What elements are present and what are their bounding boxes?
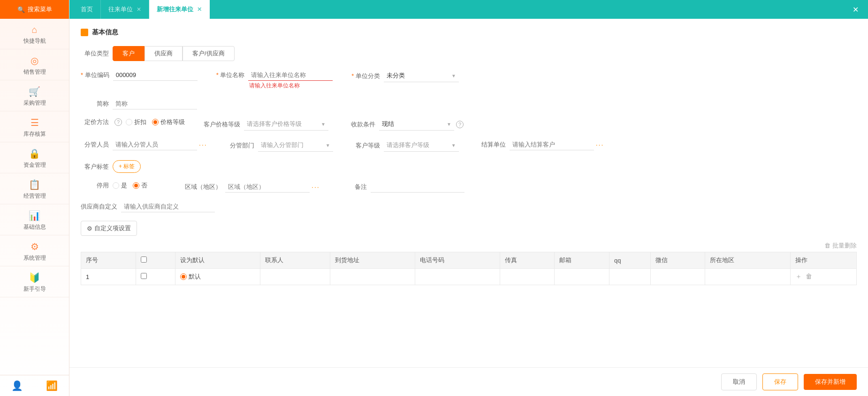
department-field: 分管部门 请输入分管部门 ▼ [226, 139, 333, 152]
pricing-help-icon[interactable]: ? [114, 118, 122, 126]
unit-code-input[interactable] [113, 70, 198, 81]
row-checkbox[interactable] [141, 273, 147, 279]
search-menu-button[interactable]: 🔍 搜索菜单 [0, 0, 69, 19]
unit-category-field: 单位分类 未分类 ▼ [351, 70, 459, 82]
customer-level-chevron: ▼ [451, 143, 456, 148]
pricing-radio-grade[interactable]: 价格等级 [152, 118, 185, 126]
table-header-row: 序号 设为默认 联系人 到货地址 电话号码 传真 邮箱 qq 微信 所在地区 操… [81, 252, 857, 269]
customer-tag-field: 客户标签 + 标签 [81, 160, 141, 173]
tab-new-trading-unit-close[interactable]: ✕ [197, 6, 202, 13]
delete-row-icon[interactable]: 🗑 [806, 272, 812, 281]
abbreviation-input[interactable] [113, 98, 197, 109]
department-select[interactable]: 请输入分管部门 ▼ [258, 139, 333, 152]
cancel-button[interactable]: 取消 [721, 373, 757, 390]
sidebar-label-system: 系统管理 [23, 254, 46, 262]
td-qq [609, 269, 650, 285]
sidebar-item-quick-nav[interactable]: ⌂ 快捷导航 [0, 19, 69, 49]
system-icon: ⚙ [30, 241, 39, 252]
customer-price-select[interactable]: 请选择客户价格等级 ▼ [244, 118, 328, 131]
sidebar-item-operations[interactable]: 📋 经营管理 [0, 173, 69, 204]
customer-level-placeholder: 请选择客户等级 [387, 141, 451, 149]
select-all-checkbox[interactable] [141, 256, 147, 263]
manager-more-btn[interactable]: ··· [199, 141, 207, 148]
settlement-input[interactable] [510, 139, 594, 150]
sidebar-item-basic-info[interactable]: 📊 基础信息 [0, 204, 69, 235]
pricing-discount-circle [126, 119, 132, 125]
tab-home-label: 首页 [81, 5, 93, 14]
tab-trading-units[interactable]: 往来单位 ✕ [101, 0, 149, 19]
default-radio-circle [180, 273, 187, 280]
tab-home[interactable]: 首页 [73, 0, 101, 19]
td-default: 默认 [175, 269, 260, 285]
region-input[interactable] [225, 181, 310, 193]
unit-type-field: 单位类型 客户 供应商 客户/供应商 [81, 46, 235, 61]
type-btn-supplier[interactable]: 供应商 [145, 46, 183, 61]
pricing-discount-label: 折扣 [134, 118, 146, 126]
disabled-yes[interactable]: 是 [113, 181, 127, 190]
region-field: 区域（地区） ··· [185, 181, 320, 193]
type-btn-customer[interactable]: 客户 [113, 46, 145, 61]
unit-info-row: 单位编码 单位名称 请输入往来单位名称 单位分类 未分类 ▼ [81, 70, 857, 90]
unit-name-input[interactable] [248, 70, 333, 81]
sidebar-item-purchase[interactable]: 🛒 采购管理 [0, 80, 69, 111]
unit-name-error: 请输入往来单位名称 [249, 82, 333, 90]
td-address [330, 269, 415, 285]
abbreviation-row: 简称 [81, 98, 857, 109]
add-row-icon[interactable]: ＋ [795, 272, 802, 281]
payment-terms-select[interactable]: 现结 ▼ [379, 118, 454, 131]
disabled-label: 停用 [81, 181, 109, 190]
custom-settings-label: 自定义项设置 [94, 224, 131, 233]
manager-label: 分管人员 [81, 140, 109, 149]
sidebar-item-newbie[interactable]: 🔰 新手引导 [0, 266, 69, 297]
row-actions: ＋ 🗑 [795, 272, 852, 281]
add-tag-button[interactable]: + 标签 [113, 160, 141, 173]
sidebar-item-inventory[interactable]: ☰ 库存核算 [0, 111, 69, 142]
unit-type-row: 单位类型 客户 供应商 客户/供应商 [81, 46, 857, 61]
sidebar-item-finance[interactable]: 🔒 资金管理 [0, 142, 69, 173]
customer-level-select[interactable]: 请选择客户等级 ▼ [384, 139, 459, 152]
window-close-button[interactable]: ✕ [847, 5, 864, 14]
disabled-yes-label: 是 [121, 181, 127, 190]
unit-code-label: 单位编码 [81, 71, 109, 79]
content-area: 基本信息 单位类型 客户 供应商 客户/供应商 单位编码 单位名称 [69, 19, 868, 367]
contact-table: 序号 设为默认 联系人 到货地址 电话号码 传真 邮箱 qq 微信 所在地区 操… [81, 252, 857, 285]
payment-terms-help-icon[interactable]: ? [456, 121, 464, 128]
th-phone: 电话号码 [415, 252, 500, 269]
th-email: 邮箱 [555, 252, 609, 269]
customer-level-field: 客户等级 请选择客户等级 ▼ [352, 139, 459, 152]
table-row: 1 默认 [81, 269, 857, 285]
settlement-more-btn[interactable]: ··· [596, 141, 604, 148]
type-btn-both[interactable]: 客户/供应商 [183, 46, 235, 61]
batch-delete-label[interactable]: 批量删除 [832, 242, 857, 249]
sidebar-bottom-right[interactable]: 📶 [35, 375, 69, 396]
sidebar-bottom-left[interactable]: 👤 [0, 375, 35, 396]
tab-trading-units-close[interactable]: ✕ [137, 6, 141, 13]
tab-new-trading-unit[interactable]: 新增往来单位 ✕ [149, 0, 210, 19]
save-new-button[interactable]: 保存并新增 [804, 374, 857, 390]
td-actions: ＋ 🗑 [790, 269, 856, 285]
disabled-no[interactable]: 否 [133, 181, 147, 190]
footer: 取消 保存 保存并新增 [69, 367, 868, 396]
pricing-method-label: 定价方法 [81, 118, 109, 126]
pricing-grade-circle [152, 119, 159, 125]
unit-name-field: 单位名称 [216, 70, 333, 81]
pricing-radio-discount[interactable]: 折扣 [126, 118, 146, 126]
sidebar-label-basic-info: 基础信息 [23, 223, 46, 231]
department-chevron: ▼ [326, 143, 330, 148]
td-contact [260, 269, 330, 285]
custom-settings-button[interactable]: ⚙ 自定义项设置 [81, 221, 137, 236]
manager-input[interactable] [113, 139, 197, 150]
sidebar-item-system[interactable]: ⚙ 系统管理 [0, 235, 69, 266]
default-radio[interactable]: 默认 [180, 272, 255, 281]
region-label: 区域（地区） [185, 183, 221, 191]
sidebar-item-sales[interactable]: ◎ 销售管理 [0, 49, 69, 80]
save-button[interactable]: 保存 [762, 373, 798, 390]
supplier-custom-input[interactable] [121, 201, 215, 212]
section-icon [81, 29, 88, 36]
region-more-btn[interactable]: ··· [312, 183, 320, 191]
unit-code-field: 单位编码 [81, 70, 198, 81]
disabled-radio-group: 是 否 [113, 181, 147, 190]
remark-input[interactable] [371, 181, 464, 193]
home-icon: ⌂ [31, 24, 37, 35]
unit-category-select[interactable]: 未分类 ▼ [384, 70, 459, 82]
